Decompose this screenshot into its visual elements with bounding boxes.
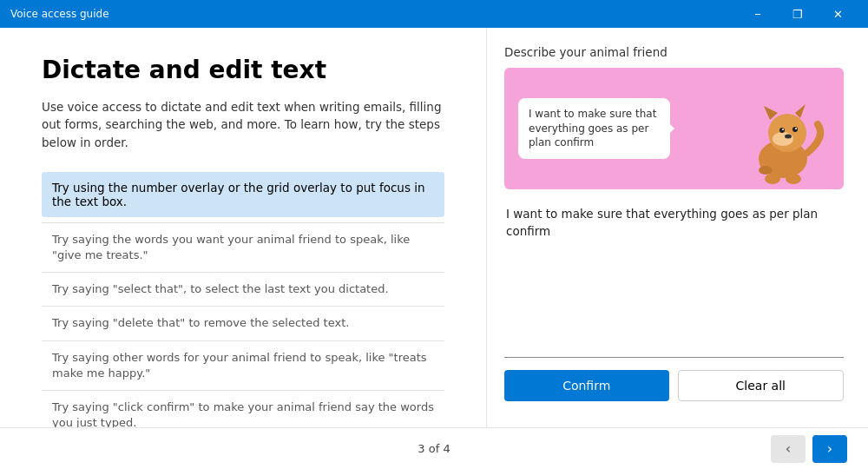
panel-label: Describe your animal friend: [504, 45, 844, 59]
main-content: Dictate and edit text Use voice access t…: [0, 28, 868, 427]
svg-point-12: [759, 166, 773, 175]
left-panel: Dictate and edit text Use voice access t…: [0, 28, 486, 427]
step-item-4: Try saying other words for your animal f…: [42, 341, 444, 391]
page-title: Dictate and edit text: [42, 56, 444, 84]
svg-point-8: [795, 128, 797, 129]
next-button[interactable]: ›: [812, 435, 847, 463]
close-button[interactable]: ✕: [818, 0, 858, 28]
step-item-2: Try saying "select that", to select the …: [42, 273, 444, 307]
svg-point-10: [765, 174, 780, 184]
speech-bubble: I want to make sure that everything goes…: [518, 98, 670, 159]
clear-all-button[interactable]: Clear all: [678, 370, 845, 401]
animal-illustration-area: I want to make sure that everything goes…: [504, 68, 844, 189]
right-panel: Describe your animal friend I want to ma…: [486, 28, 868, 427]
titlebar-controls: − ❐ ✕: [738, 0, 858, 28]
footer: 3 of 4 ‹ ›: [0, 427, 868, 469]
speech-bubble-text: I want to make sure that everything goes…: [529, 108, 656, 149]
nav-buttons: ‹ ›: [771, 435, 847, 463]
svg-marker-3: [795, 104, 806, 118]
restore-button[interactable]: ❐: [778, 0, 818, 28]
prev-button[interactable]: ‹: [771, 435, 806, 463]
step-item-5: Try saying "click confirm" to make your …: [42, 391, 444, 427]
page-indicator: 3 of 4: [418, 442, 450, 455]
svg-point-7: [782, 129, 784, 130]
text-input-area[interactable]: I want to make sure that everything goes…: [504, 201, 844, 358]
step-list: Try saying the words you want your anima…: [42, 222, 444, 427]
svg-point-11: [786, 174, 801, 184]
titlebar-title: Voice access guide: [10, 8, 738, 20]
minimize-button[interactable]: −: [738, 0, 778, 28]
svg-point-4: [773, 132, 793, 146]
page-description: Use voice access to dictate and edit tex…: [42, 98, 444, 151]
text-input-content[interactable]: I want to make sure that everything goes…: [504, 201, 844, 244]
confirm-button[interactable]: Confirm: [504, 370, 669, 401]
dog-illustration: [740, 94, 826, 189]
action-buttons: Confirm Clear all: [504, 370, 844, 401]
titlebar: Voice access guide − ❐ ✕: [0, 0, 868, 28]
step-item-1: Try saying the words you want your anima…: [42, 223, 444, 273]
step-item-3: Try saying "delete that" to remove the s…: [42, 307, 444, 340]
svg-point-9: [785, 135, 792, 139]
highlight-step: Try using the number overlay or the grid…: [42, 172, 444, 217]
svg-point-5: [779, 128, 785, 133]
svg-point-6: [792, 127, 798, 132]
